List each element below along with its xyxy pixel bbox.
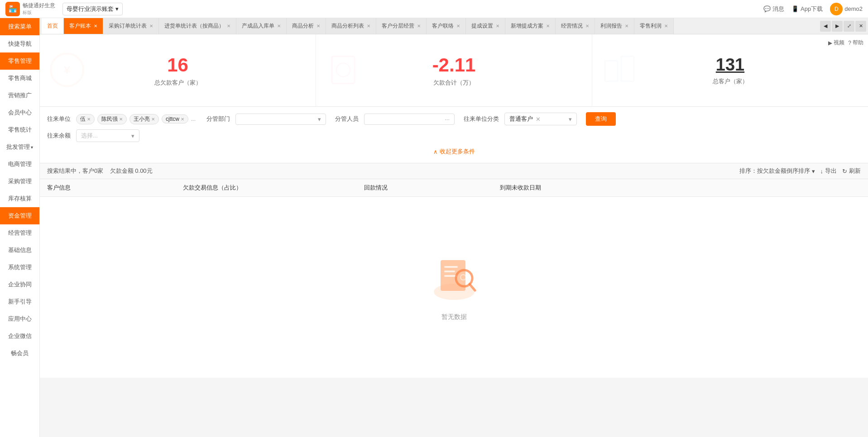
sidebar-item-newbie-guide[interactable]: 新手引导 [0,293,39,310]
stat-value-debt-customers: 16 [167,54,188,76]
tab-close-raise-settings[interactable]: ✕ [496,24,499,28]
sidebar-item-purchase-mgmt[interactable]: 采购管理 [0,173,39,190]
filter-row-1: 往来单位 伍 ✕ 陈民强 ✕ 王小亮 ✕ [47,112,861,126]
stat-icon-debt [325,52,361,89]
result-info: 搜索结果中，客户0家 欠款金额 0.00元 [47,167,153,175]
filter-tag-close-wang[interactable]: ✕ [151,117,155,122]
tab-close-operation-status[interactable]: ✕ [585,24,589,28]
sort-select[interactable]: 排序：按欠款金额倒序排序 ▾ [739,167,815,175]
sidebar-item-system-mgmt[interactable]: 系统管理 [0,259,39,276]
svg-rect-4 [605,61,618,81]
collapse-btn[interactable]: ∧ 收起更多条件 [47,146,861,157]
dept-select[interactable]: ▾ [235,114,326,125]
data-table: 客户信息 欠款交易信息（占比） 回款情况 到期未收款日期 [40,179,868,378]
tab-raise-settings[interactable]: 提成设置 ✕ [466,18,505,34]
phone-icon: 📱 [791,5,799,12]
sidebar-item-operation-mgmt[interactable]: 经营管理 [0,224,39,242]
message-btn[interactable]: 💬 消息 [763,5,784,13]
sidebar-item-member-center[interactable]: 会员中心 [0,104,39,121]
tab-prev-btn[interactable]: ◀ [820,21,831,32]
filter-tag-close-wu[interactable]: ✕ [87,117,91,122]
filter-area: 往来单位 伍 ✕ 陈民强 ✕ 王小亮 ✕ [40,107,868,163]
sidebar-item-pro-member[interactable]: 畅会员 [0,345,39,362]
chevron-down-icon: ▾ [318,116,321,123]
sidebar-item-enterprise-wechat[interactable]: 企业微信 [0,328,39,345]
tab-close-customer-segment[interactable]: ✕ [417,24,421,28]
svg-rect-9 [444,271,455,272]
filter-tag-close-unit-class[interactable]: ✕ [536,116,541,123]
tab-retail-profit[interactable]: 零售利润 ✕ [634,18,674,34]
unit-class-label: 往来单位分类 [464,115,499,123]
refresh-btn[interactable]: ↻ 刷新 [842,167,861,175]
stat-actions: ▶ 视频 ? 帮助 [828,39,863,47]
tab-home[interactable]: 首页 [42,18,64,34]
sidebar-item-inventory-check[interactable]: 库存核算 [0,190,39,207]
tab-close-new-raise-plan[interactable]: ✕ [546,24,550,28]
tab-next-btn[interactable]: ▶ [832,21,843,32]
chevron-down-icon: ▾ [115,5,119,12]
person-label: 分管人员 [335,115,359,123]
store-selector[interactable]: 母婴行业演示账套 ▾ [62,3,123,15]
tab-close-profit-report[interactable]: ✕ [625,24,628,28]
help-btn[interactable]: ? 帮助 [848,39,863,47]
tab-purchase-order[interactable]: 采购订单统计表 ✕ [103,18,159,34]
sidebar-item-enterprise-collab[interactable]: 企业协同 [0,276,39,293]
tab-profit-report[interactable]: 利润报告 ✕ [595,18,634,34]
refresh-icon: ↻ [842,168,847,175]
sidebar-item-basic-info[interactable]: 基础信息 [0,242,39,259]
sidebar-item-wholesale-mgmt[interactable]: 批发管理 ▾ [0,138,39,156]
filter-more-btn[interactable]: ... [191,116,196,122]
sidebar-item-app-center[interactable]: 应用中心 [0,310,39,328]
unit-class-select[interactable]: 普通客户 ✕ ▾ [504,113,577,125]
tab-goods-analysis[interactable]: 商品分析 ✕ [287,18,326,34]
sidebar-item-retail-mgmt[interactable]: 零售管理 [0,52,39,70]
tab-customer-connect[interactable]: 客户联络 ✕ [427,18,466,34]
filter-tag-close-cjttcw[interactable]: ✕ [181,117,184,122]
user-menu[interactable]: D demo2 [830,3,863,15]
sidebar-item-ecom-mgmt[interactable]: 电商管理 [0,156,39,173]
tab-new-raise-plan[interactable]: 新增提成方案 ✕ [505,18,556,34]
sidebar-search[interactable]: 搜索菜单 [0,18,39,35]
export-icon: ↓ [820,168,824,175]
sidebar-item-retail-mall[interactable]: 零售商城 [0,70,39,87]
tab-close-purchase-order[interactable]: ✕ [149,24,153,28]
video-btn[interactable]: ▶ 视频 [828,39,844,47]
avatar: D [830,3,843,15]
sidebar-item-marketing[interactable]: 营销推广 [0,87,39,104]
tab-close-goods-analysis[interactable]: ✕ [317,24,320,28]
tab-close-retail-profit[interactable]: ✕ [664,24,668,28]
tab-close-product-inbound[interactable]: ✕ [277,24,281,28]
tab-customer-segment[interactable]: 客户分层经营 ✕ [376,18,427,34]
person-select[interactable]: ··· [364,114,455,125]
tab-close-customer-account[interactable]: ✕ [94,24,97,28]
logo-icon: 🏪 [5,2,20,16]
tab-close-customer-connect[interactable]: ✕ [456,24,460,28]
chevron-down-icon: ▾ [812,168,815,175]
person-select-more[interactable]: ··· [445,116,450,123]
filter-tags-unit: 伍 ✕ 陈民强 ✕ 王小亮 ✕ cjttcw ✕ [76,114,196,124]
export-btn[interactable]: ↓ 导出 [820,167,837,175]
tab-operation-status[interactable]: 经营情况 ✕ [556,18,595,34]
stat-icon-total-customers [601,52,638,89]
tab-close-inbound-stats[interactable]: ✕ [227,24,230,28]
sidebar-item-retail-stats[interactable]: 零售统计 [0,121,39,138]
tab-customer-account[interactable]: 客户账本 ✕ [64,18,103,34]
tab-product-inbound[interactable]: 产成品入库单 ✕ [236,18,287,34]
filter-tag-close-chen[interactable]: ✕ [119,117,123,122]
tab-inbound-stats[interactable]: 进货单统计表（按商品） ✕ [159,18,236,34]
message-icon: 💬 [763,5,771,12]
sidebar-item-quick-nav[interactable]: 快捷导航 [0,35,39,52]
balance-label: 往来余额 [47,132,71,140]
chevron-down-icon: ▾ [569,116,572,123]
tab-goods-analysis-list[interactable]: 商品分析列表 ✕ [326,18,376,34]
balance-select[interactable]: 选择... ▾ [76,129,139,142]
stat-icon-customers: ¥ [49,52,85,89]
sidebar-item-finance-mgmt[interactable]: 资金管理 [0,207,39,224]
chevron-down-icon: ▾ [131,133,134,139]
result-actions: 排序：按欠款金额倒序排序 ▾ ↓ 导出 ↻ 刷新 [739,167,861,175]
app-download-btn[interactable]: 📱 App下载 [791,5,823,13]
tab-expand-btn[interactable]: ⤢ [844,21,854,32]
tab-close-all-btn[interactable]: ✕ [855,21,866,32]
query-btn[interactable]: 查询 [586,112,616,126]
tab-close-goods-analysis-list[interactable]: ✕ [367,24,370,28]
